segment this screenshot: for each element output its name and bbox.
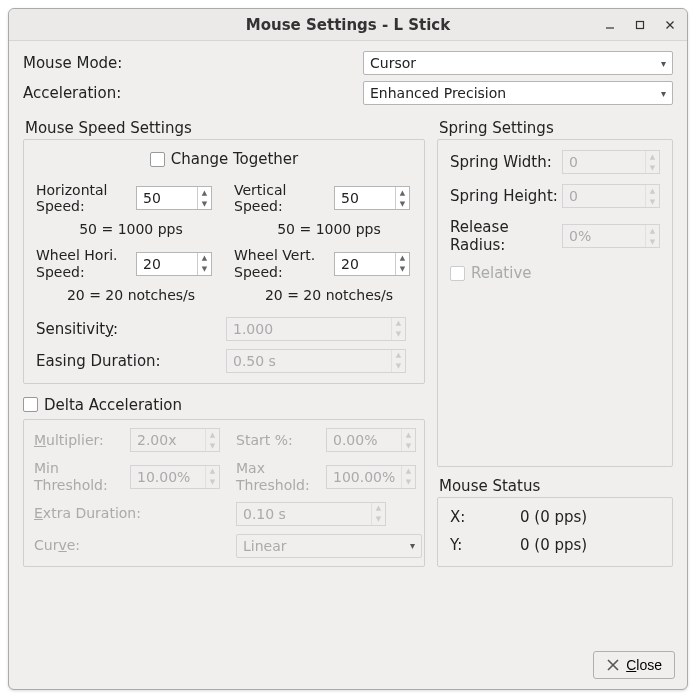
spinner-buttons[interactable]: ▲▼ [395, 253, 409, 275]
sensitivity-label: Sensitivity: [36, 320, 226, 338]
change-together-checkbox[interactable]: Change Together [150, 150, 299, 168]
speed-group-label: Mouse Speed Settings [23, 119, 425, 137]
spinner-buttons[interactable]: ▲▼ [395, 187, 409, 209]
v-speed-spin[interactable]: 50▲▼ [334, 186, 410, 210]
spinner-buttons: ▲▼ [645, 185, 659, 207]
spinner-buttons: ▲▼ [371, 503, 385, 525]
spring-width-label: Spring Width: [450, 153, 562, 171]
mouse-mode-combo[interactable]: Cursor [363, 51, 673, 75]
wh-speed-spin[interactable]: 20▲▼ [136, 252, 212, 276]
multiplier-label: Multiplier: [34, 432, 120, 449]
spinner-buttons[interactable]: ▲▼ [197, 253, 211, 275]
spinner-buttons: ▲▼ [401, 466, 415, 488]
spinner-buttons: ▲▼ [401, 429, 415, 451]
close-icon [606, 658, 620, 672]
max-threshold-label: Max Threshold: [236, 460, 316, 494]
min-threshold-spin: 10.00%▲▼ [130, 465, 220, 489]
start-pct-spin: 0.00%▲▼ [326, 428, 416, 452]
spring-group: Spring Width: 0▲▼ Spring Height: 0▲▼ Rel… [437, 139, 673, 467]
minimize-button[interactable] [599, 14, 621, 36]
acceleration-label: Acceleration: [23, 84, 363, 102]
window-controls [599, 14, 681, 36]
max-threshold-spin: 100.00%▲▼ [326, 465, 416, 489]
status-group: X: 0 (0 pps) Y: 0 (0 pps) [437, 497, 673, 567]
h-speed-spin[interactable]: 50▲▼ [136, 186, 212, 210]
spring-height-spin: 0▲▼ [562, 184, 660, 208]
multiplier-spin: 2.00x▲▼ [130, 428, 220, 452]
footer: Close [9, 643, 687, 689]
close-button[interactable]: Close [593, 651, 675, 679]
spinner-buttons: ▲▼ [205, 466, 219, 488]
v-speed-label: Vertical Speed: [234, 182, 326, 216]
mouse-mode-label: Mouse Mode: [23, 54, 363, 72]
maximize-button[interactable] [629, 14, 651, 36]
status-x-value: 0 (0 pps) [520, 508, 587, 526]
delta-acceleration-checkbox[interactable]: Delta Acceleration [23, 396, 182, 414]
close-window-button[interactable] [659, 14, 681, 36]
status-y-value: 0 (0 pps) [520, 536, 587, 554]
titlebar: Mouse Settings - L Stick [9, 9, 687, 41]
acceleration-combo[interactable]: Enhanced Precision [363, 81, 673, 105]
release-radius-label: Release Radius: [450, 218, 562, 254]
wv-speed-spin[interactable]: 20▲▼ [334, 252, 410, 276]
checkbox-icon [450, 266, 465, 281]
sensitivity-spin: 1.000▲▼ [226, 317, 406, 341]
wh-speed-label: Wheel Hori. Speed: [36, 247, 128, 281]
release-radius-spin: 0%▲▼ [562, 224, 660, 248]
min-threshold-label: Min Threshold: [34, 460, 120, 494]
start-pct-label: Start %: [236, 432, 316, 449]
mouse-settings-window: Mouse Settings - L Stick Mouse Mode: Cur… [8, 8, 688, 690]
window-title: Mouse Settings - L Stick [9, 16, 687, 34]
wv-speed-hint: 20 = 20 notches/s [234, 287, 424, 303]
v-speed-hint: 50 = 1000 pps [234, 221, 424, 237]
status-group-label: Mouse Status [437, 477, 673, 495]
curve-combo: Linear [236, 534, 422, 558]
svg-rect-1 [637, 21, 644, 28]
spinner-buttons: ▲▼ [205, 429, 219, 451]
extra-duration-spin: 0.10 s▲▼ [236, 502, 386, 526]
spring-height-label: Spring Height: [450, 187, 562, 205]
speed-group: Change Together Horizontal Speed: 50▲▼ V… [23, 139, 425, 384]
easing-spin: 0.50 s▲▼ [226, 349, 406, 373]
wh-speed-hint: 20 = 20 notches/s [36, 287, 226, 303]
h-speed-hint: 50 = 1000 pps [36, 221, 226, 237]
spinner-buttons: ▲▼ [645, 225, 659, 247]
easing-label: Easing Duration: [36, 352, 226, 370]
spinner-buttons: ▲▼ [391, 350, 405, 372]
checkbox-icon [23, 397, 38, 412]
relative-checkbox: Relative [450, 264, 532, 282]
delta-group: Multiplier: 2.00x▲▼ Start %: 0.00%▲▼ Min… [23, 419, 425, 567]
status-y-label: Y: [450, 536, 520, 554]
curve-label: Curve: [34, 537, 226, 554]
spinner-buttons: ▲▼ [645, 151, 659, 173]
spinner-buttons: ▲▼ [391, 318, 405, 340]
spring-width-spin: 0▲▼ [562, 150, 660, 174]
h-speed-label: Horizontal Speed: [36, 182, 128, 216]
content-area: Mouse Mode: Cursor Acceleration: Enhance… [9, 41, 687, 643]
spring-group-label: Spring Settings [437, 119, 673, 137]
spinner-buttons[interactable]: ▲▼ [197, 187, 211, 209]
extra-duration-label: Extra Duration: [34, 505, 226, 522]
checkbox-icon [150, 152, 165, 167]
wv-speed-label: Wheel Vert. Speed: [234, 247, 326, 281]
status-x-label: X: [450, 508, 520, 526]
